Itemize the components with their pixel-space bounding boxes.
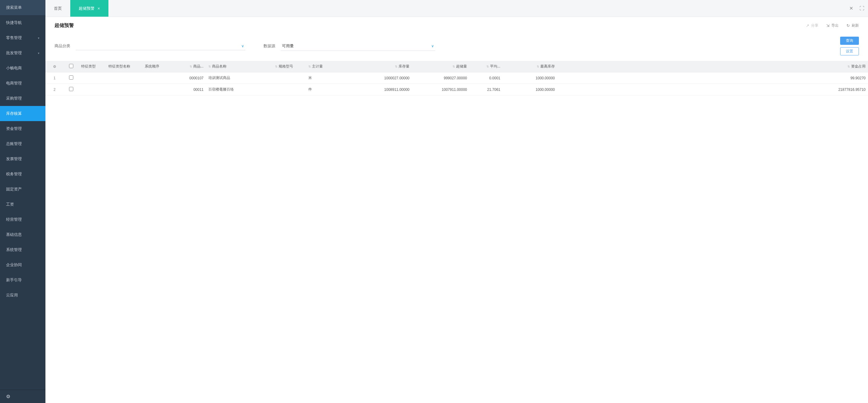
sidebar-item-19[interactable]: 云应用 (0, 288, 45, 303)
sidebar-item-label: 总账管理 (6, 141, 22, 147)
sidebar-item-12[interactable]: 固定资产 (0, 182, 45, 197)
tab-1[interactable]: 超储预警× (70, 0, 108, 17)
tab-label: 首页 (54, 6, 62, 11)
col-unit[interactable]: 主计量 (306, 61, 354, 72)
table-row: 200011百宿楼毫滕百络件1008911.000001007911.00000… (45, 84, 868, 95)
cell-unit: 米 (306, 72, 354, 84)
export-icon: ⇲ (826, 23, 830, 28)
source-value: 可用量 (282, 43, 294, 49)
sidebar-item-label: 基础信息 (6, 232, 22, 237)
sidebar-item-label: 固定资产 (6, 187, 22, 192)
sidebar-item-2[interactable]: 零售管理▾ (0, 30, 45, 45)
chevron-down-icon: ∨ (431, 44, 434, 48)
cell-stock: 1000027.00000 (354, 72, 412, 84)
cell-over: 1007911.00000 (412, 84, 469, 95)
sidebar-item-10[interactable]: 发票管理 (0, 151, 45, 166)
cell-capital: 99.90270 (557, 72, 868, 84)
select-all-header[interactable] (64, 61, 79, 72)
sidebar-item-label: 电商管理 (6, 81, 22, 86)
row-index: 1 (45, 72, 64, 84)
sidebar-item-16[interactable]: 系统管理 (0, 242, 45, 257)
col-avg[interactable]: 平均... (469, 61, 503, 72)
sidebar-item-9[interactable]: 总账管理 (0, 136, 45, 151)
table-wrapper: ⚙ 特征类型 特征类型名称 系统顺序 商品... 商品名称 规格型号 主计量 库… (45, 61, 868, 403)
category-filter-label: 商品分类 (55, 43, 70, 49)
cell-trait-name (106, 84, 142, 95)
table-row: 10000107培训测试商品米1000027.00000999027.00000… (45, 72, 868, 84)
expand-icon[interactable]: ⛶ (857, 3, 867, 14)
sidebar-footer: ⚙ (0, 390, 45, 403)
tabs-bar: 首页超储预警× ✕ ⛶ (45, 0, 868, 17)
cell-unit: 件 (306, 84, 354, 95)
sidebar-item-8[interactable]: 资金管理 (0, 121, 45, 136)
cell-avg: 21.7061 (469, 84, 503, 95)
cell-sys-order (142, 72, 173, 84)
sidebar-item-label: 税务管理 (6, 172, 22, 177)
sidebar-item-0[interactable]: 搜索菜单 (0, 0, 45, 15)
query-button[interactable]: 查询 (840, 37, 859, 45)
source-filter-label: 数据源 (264, 43, 275, 49)
col-capital[interactable]: 资金占用 (557, 61, 868, 72)
cell-max: 1000.00000 (503, 84, 557, 95)
col-sys-order[interactable]: 系统顺序 (142, 61, 173, 72)
select-all-checkbox[interactable] (69, 64, 73, 68)
sidebar-item-label: 资金管理 (6, 126, 22, 131)
sidebar-item-label: 经营管理 (6, 217, 22, 222)
row-checkbox[interactable] (69, 87, 73, 91)
sidebar-item-7[interactable]: 库存核算 (0, 106, 45, 121)
gear-icon[interactable]: ⚙ (6, 394, 10, 399)
sidebar-item-6[interactable]: 采购管理 (0, 91, 45, 106)
sidebar-item-15[interactable]: 基础信息 (0, 227, 45, 242)
category-select[interactable]: ∨ (76, 42, 245, 50)
row-checkbox[interactable] (69, 75, 73, 80)
row-checkbox-cell (64, 84, 79, 95)
sidebar-item-5[interactable]: 电商管理 (0, 76, 45, 91)
sidebar-item-label: 采购管理 (6, 96, 22, 101)
sidebar-item-label: 发票管理 (6, 156, 22, 162)
share-label: 分享 (811, 23, 818, 28)
settings-button[interactable]: 设置 (840, 47, 859, 55)
sidebar-item-17[interactable]: 企业协同 (0, 257, 45, 273)
export-action[interactable]: ⇲ 导出 (826, 23, 839, 28)
col-name[interactable]: 商品名称 (206, 61, 273, 72)
cell-code: 0000107 (173, 72, 206, 84)
table-settings-header[interactable]: ⚙ (45, 61, 64, 72)
sidebar-item-label: 系统管理 (6, 247, 22, 252)
share-action[interactable]: ↗ 分享 (806, 23, 818, 28)
col-max[interactable]: 最高库存 (503, 61, 557, 72)
close-all-tabs-icon[interactable]: ✕ (845, 3, 857, 14)
sidebar-item-11[interactable]: 税务管理 (0, 166, 45, 182)
sidebar-item-18[interactable]: 新手引导 (0, 273, 45, 288)
chevron-down-icon: ∨ (241, 44, 244, 48)
close-icon[interactable]: × (97, 6, 100, 11)
sidebar: 搜索菜单快捷导航零售管理▾批发管理▾小畅电商电商管理采购管理库存核算资金管理总账… (0, 0, 45, 403)
sidebar-item-14[interactable]: 经营管理 (0, 212, 45, 227)
row-index: 2 (45, 84, 64, 95)
sidebar-item-4[interactable]: 小畅电商 (0, 61, 45, 76)
col-trait-type[interactable]: 特征类型 (79, 61, 106, 72)
cell-name: 百宿楼毫滕百络 (206, 84, 273, 95)
source-select[interactable]: 可用量 ∨ (281, 41, 435, 51)
sidebar-item-3[interactable]: 批发管理▾ (0, 45, 45, 61)
col-over[interactable]: 超储量 (412, 61, 469, 72)
refresh-label: 刷新 (851, 23, 859, 28)
col-stock[interactable]: 库存量 (354, 61, 412, 72)
cell-name: 培训测试商品 (206, 72, 273, 84)
sidebar-item-label: 库存核算 (6, 111, 22, 116)
cell-avg: 0.0001 (469, 72, 503, 84)
cell-trait-type (79, 84, 106, 95)
col-code[interactable]: 商品... (173, 61, 206, 72)
cell-trait-type (79, 72, 106, 84)
cell-over: 999027.00000 (412, 72, 469, 84)
tab-0[interactable]: 首页 (45, 0, 70, 17)
refresh-action[interactable]: ↻ 刷新 (846, 23, 859, 28)
sidebar-item-label: 快捷导航 (6, 20, 22, 25)
export-label: 导出 (831, 23, 839, 28)
cell-stock: 1008911.00000 (354, 84, 412, 95)
col-trait-name[interactable]: 特征类型名称 (106, 61, 142, 72)
sidebar-item-13[interactable]: 工资 (0, 197, 45, 212)
sidebar-item-1[interactable]: 快捷导航 (0, 15, 45, 30)
sidebar-item-label: 批发管理 (6, 50, 22, 56)
col-spec[interactable]: 规格型号 (273, 61, 306, 72)
refresh-icon: ↻ (846, 23, 850, 28)
